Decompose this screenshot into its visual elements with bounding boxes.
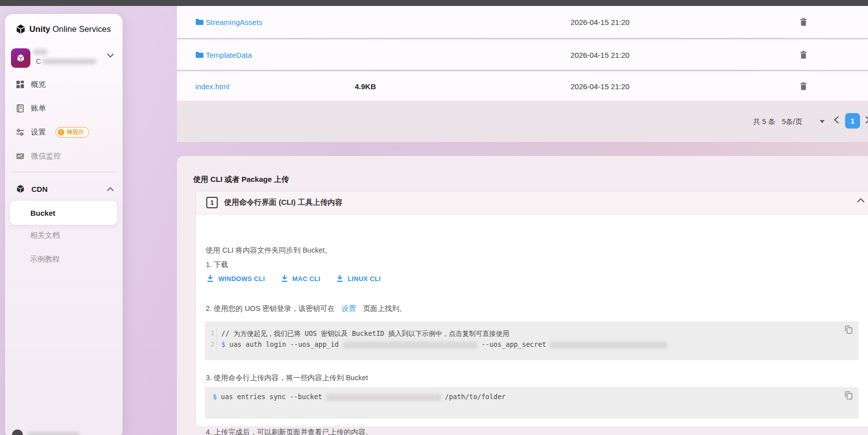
redacted-project-id <box>42 59 96 64</box>
code-command-line: $ uas entries sync --bucket /path/to/fol… <box>205 387 859 402</box>
badge-label: 待完善 <box>67 129 84 136</box>
code-lines: // 为方便起见，我们已将 UOS 密钥以及 BucketID 插入到以下示例中… <box>217 328 667 350</box>
download-icon <box>281 275 288 283</box>
file-name-link[interactable]: StreamingAssets <box>206 18 262 26</box>
unity-cube-icon <box>16 54 25 62</box>
pagination-bar: 共 5 条 5条/页 1 <box>177 101 868 142</box>
project-id-row: C <box>36 57 96 65</box>
file-name-link[interactable]: index.html <box>195 82 229 90</box>
sidebar-item-bucket-active[interactable]: Bucket <box>10 201 117 225</box>
sidebar-divider <box>12 172 116 172</box>
sidebar-item-label: 概览 <box>31 80 46 89</box>
file-name-link[interactable]: TemplateData <box>206 50 252 59</box>
bucket-file-table: StreamingAssets 2026-04-15 21:20 Templat… <box>177 6 868 142</box>
brand-name-bold: Unity <box>29 24 50 33</box>
cli-accordion-card: 1 使用命令行界面 (CLI) 工具上传内容 使用 CLI 将内容文件夹同步到 … <box>195 191 868 427</box>
overview-grid-icon <box>16 80 24 89</box>
project-id-prefix: C <box>36 57 41 65</box>
code-comment-line: // 为方便起见，我们已将 UOS 密钥以及 BucketID 插入到以下示例中… <box>221 328 667 339</box>
collapse-chevron-up-icon[interactable] <box>857 198 865 203</box>
table-row[interactable]: index.html 4.9KB 2026-04-15 21:20 <box>177 71 868 101</box>
windows-cli-download-link[interactable]: WINDOWS CLI <box>207 275 265 283</box>
unity-logo-icon <box>15 24 26 34</box>
cdn-chevron-up-icon[interactable] <box>107 187 114 191</box>
top-titlebar <box>0 0 868 6</box>
sidebar-item-wechat-monitor[interactable]: 微信监控 <box>16 150 61 161</box>
delete-trash-icon[interactable] <box>800 82 807 90</box>
prev-page-chevron-left-icon[interactable] <box>834 116 839 124</box>
copy-icon[interactable] <box>845 391 853 400</box>
warning-icon: ! <box>58 129 64 136</box>
redacted-bucket-id <box>326 394 441 401</box>
cli-step2-text: 2. 使用您的 UOS 密钥登录，该密钥可在 设置 页面上找到。 <box>206 304 407 313</box>
download-icon <box>207 275 214 283</box>
download-link-label: MAC CLI <box>292 275 320 283</box>
brand-name-rest: Online Services <box>50 24 111 33</box>
sidebar-item-label: Bucket <box>30 209 55 217</box>
cli-card-title: 使用命令行界面 (CLI) 工具上传内容 <box>224 198 343 207</box>
sidebar-group-cdn[interactable]: CDN <box>16 183 114 194</box>
cli-step1-text: 1. 下载 <box>206 260 228 270</box>
billing-document-icon <box>16 104 24 113</box>
download-icon <box>336 275 343 283</box>
sidebar: Unity Online Services C 概览 账单 设置 ! 待完善 <box>5 14 123 435</box>
prompt-sign: $ <box>221 340 225 348</box>
settings-sliders-icon <box>16 128 24 137</box>
sidebar-item-settings[interactable]: 设置 ! 待完善 <box>16 127 89 138</box>
file-modified-date: 2026-04-15 21:20 <box>571 50 629 59</box>
brand-logo: Unity Online Services <box>15 24 111 34</box>
line-numbers: 1 2 <box>205 328 217 350</box>
footer-logo-icon <box>12 430 23 435</box>
page-size-select[interactable]: 5条/页 <box>782 117 802 127</box>
folder-icon <box>195 18 204 25</box>
file-modified-date: 2026-04-15 21:20 <box>571 18 629 26</box>
sidebar-item-tutorials[interactable]: 示例教程 <box>30 255 60 264</box>
code-command-line: $ uas auth login --uos_app_id --uos_app_… <box>221 339 667 350</box>
settings-link[interactable]: 设置 <box>342 304 356 313</box>
project-avatar[interactable] <box>11 48 30 68</box>
cli-intro-text: 使用 CLI 将内容文件夹同步到 Bucket。 <box>206 246 332 255</box>
sidebar-group-label: CDN <box>31 185 101 193</box>
pagination-total: 共 5 条 <box>753 117 775 127</box>
step-number-icon: 1 <box>206 197 218 208</box>
auth-code-block: 1 2 // 为方便起见，我们已将 UOS 密钥以及 BucketID 插入到以… <box>205 321 859 360</box>
next-page-chevron-right-icon[interactable] <box>865 116 868 124</box>
cli-upload-section: 使用 CLI 或者 Package 上传 1 使用命令行界面 (CLI) 工具上… <box>177 156 868 435</box>
sidebar-item-label: 微信监控 <box>31 151 61 161</box>
delete-trash-icon[interactable] <box>800 50 807 59</box>
delete-trash-icon[interactable] <box>800 18 807 26</box>
project-switcher-chevron-down-icon[interactable] <box>107 53 114 58</box>
cli-step3-text: 3. 使用命令行上传内容，将一些内容上传到 Bucket <box>206 373 368 383</box>
page-size-caret-down-icon[interactable] <box>820 120 825 123</box>
sidebar-item-docs[interactable]: 相关文档 <box>30 231 60 240</box>
table-row[interactable]: StreamingAssets 2026-04-15 21:20 <box>177 6 868 38</box>
cli-download-links: WINDOWS CLI MAC CLI LINUX CLI <box>207 275 381 283</box>
redacted-app-secret <box>550 342 667 348</box>
file-size: 4.9KB <box>355 82 376 90</box>
linux-cli-download-link[interactable]: LINUX CLI <box>336 275 381 283</box>
folder-icon <box>195 51 204 58</box>
mac-cli-download-link[interactable]: MAC CLI <box>281 275 320 283</box>
sidebar-item-label: 设置 <box>31 128 46 137</box>
line-number: 2 <box>208 339 214 350</box>
step2-post: 页面上找到。 <box>363 304 407 313</box>
file-modified-date: 2026-04-15 21:20 <box>571 82 629 90</box>
sidebar-item-overview[interactable]: 概览 <box>16 79 46 90</box>
redacted-app-id <box>343 342 477 348</box>
page-number-button[interactable]: 1 <box>845 113 860 129</box>
redacted-project-name <box>33 49 47 55</box>
step2-pre: 2. 使用您的 UOS 密钥登录，该密钥可在 <box>206 304 335 313</box>
sync-code-block: $ uas entries sync --bucket /path/to/fol… <box>205 387 859 419</box>
sidebar-item-billing[interactable]: 账单 <box>16 103 46 114</box>
copy-icon[interactable] <box>845 325 853 334</box>
download-link-label: LINUX CLI <box>348 275 381 283</box>
wechat-monitor-icon <box>16 152 24 160</box>
cdn-cube-icon <box>16 184 25 193</box>
cli-accordion-header[interactable]: 1 使用命令行界面 (CLI) 工具上传内容 <box>196 191 868 214</box>
brand-name: Unity Online Services <box>29 24 111 34</box>
sidebar-footer <box>12 430 79 435</box>
redacted-footer-text <box>27 432 79 435</box>
table-row[interactable]: TemplateData 2026-04-15 21:20 <box>177 39 868 70</box>
prompt-sign: $ <box>213 393 217 401</box>
cli-step4-text: 4. 上传完成后，可以刷新页面并查看已上传的内容。 <box>206 428 373 435</box>
